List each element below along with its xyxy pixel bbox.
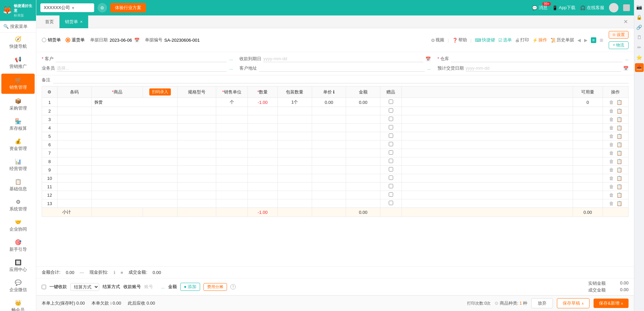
row-remark[interactable] (402, 141, 573, 149)
row-barcode[interactable] (57, 149, 91, 157)
sidebar-item-member[interactable]: 👑 畅会员 (0, 296, 36, 311)
doc-shortcut-btn[interactable]: ⌨ 快捷键 (475, 37, 495, 43)
row-gift[interactable] (380, 107, 402, 115)
row-product[interactable] (91, 149, 178, 157)
row-delete-icon[interactable]: 🗑 (609, 133, 614, 139)
sidebar-item-wechat[interactable]: 💬 企业微信 (0, 276, 36, 296)
row-gift[interactable] (380, 132, 402, 141)
tab-home[interactable]: 首页 (40, 15, 60, 28)
row-product[interactable] (91, 107, 178, 115)
row-gift[interactable] (380, 115, 402, 124)
row-gift[interactable] (380, 98, 402, 107)
row-gift[interactable] (380, 174, 402, 183)
row-delete-icon[interactable]: 🗑 (609, 125, 614, 130)
row-barcode[interactable] (57, 174, 91, 183)
row-barcode[interactable] (57, 199, 91, 208)
row-delete-icon[interactable]: 🗑 (609, 184, 614, 189)
company-selector[interactable]: XXXXXX公司 ▾ (40, 3, 94, 12)
row-product[interactable] (91, 191, 178, 199)
row-product[interactable] (91, 98, 178, 107)
row-product[interactable] (91, 115, 178, 124)
fee-help-icon[interactable]: ? (230, 284, 236, 289)
row-remark[interactable] (402, 98, 573, 107)
row-price[interactable] (312, 107, 346, 115)
row-remark[interactable] (402, 115, 573, 124)
row-spec[interactable] (178, 107, 216, 115)
row-copy-icon[interactable]: 📋 (616, 167, 622, 172)
row-copy-icon[interactable]: 📋 (616, 150, 622, 156)
customer-dots[interactable]: ... (229, 56, 233, 61)
row-barcode[interactable] (57, 124, 91, 132)
user-menu[interactable] (623, 4, 630, 11)
row-remark[interactable] (402, 149, 573, 157)
add-payment-btn[interactable]: ● 添加 (180, 283, 200, 291)
sidebar-item-marketing[interactable]: 📢 营销推广 (0, 53, 36, 73)
warehouse-input[interactable]: 建材仓 (451, 55, 622, 62)
payment-dots[interactable]: ... (161, 284, 165, 289)
right-icon-link[interactable]: 🔗 (635, 23, 644, 32)
row-barcode[interactable] (57, 98, 91, 107)
row-product[interactable] (91, 124, 178, 132)
doc-print-btn[interactable]: 🖨 打印 (515, 37, 529, 43)
row-gift[interactable] (380, 199, 402, 208)
sidebar-item-purchase[interactable]: 📦 采购管理 (0, 94, 36, 115)
row-product[interactable] (91, 157, 178, 166)
row-delete-icon[interactable]: 🗑 (609, 150, 614, 156)
row-qty[interactable] (248, 115, 277, 124)
row-delete-icon[interactable]: 🗑 (609, 100, 614, 105)
row-qty[interactable]: -1.00 (248, 98, 277, 107)
due-date-input[interactable] (263, 55, 423, 62)
row-remark[interactable] (402, 166, 573, 174)
row-price[interactable] (312, 183, 346, 191)
calendar-icon[interactable]: 📅 (134, 38, 140, 43)
row-copy-icon[interactable]: 📋 (616, 100, 622, 105)
row-gift[interactable] (380, 191, 402, 199)
row-qty[interactable] (248, 124, 277, 132)
sidebar-item-system[interactable]: ⚙ 系统管理 (0, 195, 36, 216)
right-icon-note[interactable]: 🗒 (635, 33, 644, 42)
company-settings-icon[interactable]: ⚙ (98, 3, 107, 12)
row-price[interactable] (312, 149, 346, 157)
row-copy-icon[interactable]: 📋 (616, 117, 622, 122)
row-barcode[interactable] (57, 115, 91, 124)
messages-btn[interactable]: 💬 消息 99+ (532, 5, 547, 11)
sidebar-item-quicknav[interactable]: 🧭 快捷导航 (0, 33, 36, 53)
right-icon-star[interactable]: ⭐ (635, 53, 644, 62)
row-price[interactable] (312, 166, 346, 174)
row-spec[interactable] (178, 132, 216, 141)
sidebar-item-base[interactable]: 📋 基础信息 (0, 175, 36, 195)
doc-help-btn[interactable]: ❓ 帮助 (452, 37, 467, 43)
row-gift[interactable] (380, 149, 402, 157)
row-copy-icon[interactable]: 📋 (616, 184, 622, 189)
row-barcode[interactable] (57, 141, 91, 149)
row-product[interactable] (91, 132, 178, 141)
row-copy-icon[interactable]: 📋 (616, 192, 622, 198)
warehouse-dots[interactable]: ... (625, 56, 629, 61)
row-price[interactable] (312, 199, 346, 208)
scan-btn[interactable]: 扫码录入 (149, 88, 171, 95)
row-spec[interactable] (178, 199, 216, 208)
app-download-btn[interactable]: 📱 App下载 (552, 5, 575, 11)
due-info-icon[interactable]: ℹ (110, 301, 112, 305)
row-spec[interactable] (178, 141, 216, 149)
row-barcode[interactable] (57, 132, 91, 141)
row-delete-icon[interactable]: 🗑 (609, 159, 614, 164)
row-barcode[interactable] (57, 191, 91, 199)
radio-sale-order[interactable]: 销货单 (42, 37, 61, 43)
row-barcode[interactable] (57, 107, 91, 115)
one-click-checkbox[interactable] (42, 285, 46, 289)
row-spec[interactable] (178, 124, 216, 132)
list-view-btn[interactable]: ≡ (591, 37, 596, 43)
row-spec[interactable] (178, 98, 216, 107)
row-remark[interactable] (402, 183, 573, 191)
product-types-icon[interactable]: ⊙ (495, 301, 498, 306)
row-gift[interactable] (380, 157, 402, 166)
right-icon-camera[interactable]: 📷 (635, 3, 644, 11)
row-copy-icon[interactable]: 📋 (616, 125, 622, 130)
row-copy-icon[interactable]: 📋 (616, 176, 622, 181)
tab-close-icon[interactable]: × (80, 19, 83, 24)
due-date-calendar-icon[interactable]: 📅 (425, 56, 431, 62)
sidebar-item-finance[interactable]: 💰 资金管理 (0, 135, 36, 155)
doc-history-btn[interactable]: 📜 历史单据 (551, 37, 574, 43)
user-avatar[interactable] (609, 3, 618, 12)
